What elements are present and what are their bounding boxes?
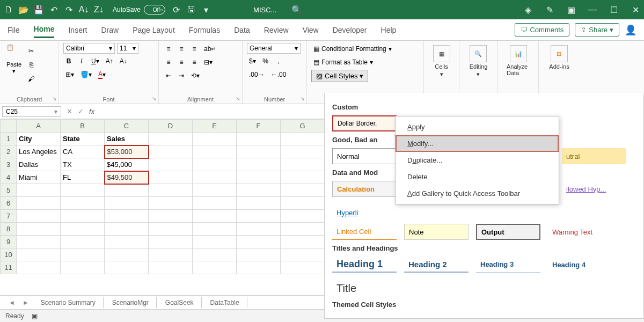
cell[interactable] bbox=[61, 261, 105, 274]
addins-button[interactable]: ⊞Add-ins bbox=[545, 43, 573, 72]
tab-file[interactable]: File bbox=[8, 23, 20, 38]
cell[interactable] bbox=[281, 197, 325, 210]
open-file-icon[interactable]: 📂 bbox=[19, 5, 28, 14]
row-header[interactable]: 11 bbox=[1, 261, 17, 274]
style-heading-3[interactable]: Heading 3 bbox=[476, 257, 540, 273]
cell[interactable] bbox=[237, 133, 281, 145]
col-header-e[interactable]: E bbox=[193, 120, 237, 133]
cell[interactable] bbox=[237, 261, 281, 274]
sheet-tab[interactable]: GoalSeek bbox=[158, 297, 202, 308]
font-dialog-icon[interactable]: ↘ bbox=[152, 96, 156, 101]
sheet-tab[interactable]: DataTable bbox=[203, 297, 247, 308]
ctx-duplicate[interactable]: Duplicate... bbox=[396, 152, 559, 169]
alignment-dialog-icon[interactable]: ↘ bbox=[236, 96, 240, 101]
row-header[interactable]: 4 bbox=[1, 171, 17, 184]
style-neutral[interactable]: utral bbox=[562, 148, 626, 164]
conditional-formatting-button[interactable]: ▦ Conditional Formatting ▾ bbox=[311, 43, 394, 55]
cell[interactable] bbox=[281, 210, 325, 223]
cell[interactable] bbox=[105, 236, 149, 248]
cell[interactable] bbox=[17, 223, 61, 236]
cell[interactable] bbox=[17, 184, 61, 197]
cell[interactable] bbox=[237, 248, 281, 261]
accept-formula-icon[interactable]: ✓ bbox=[78, 107, 84, 115]
cell[interactable] bbox=[17, 197, 61, 210]
style-linked-cell[interactable]: Linked Cell bbox=[332, 224, 397, 240]
sheet-tab[interactable]: Scenario Summary bbox=[33, 297, 104, 308]
row-header[interactable]: 3 bbox=[1, 158, 17, 171]
select-all-corner[interactable] bbox=[1, 120, 17, 133]
new-file-icon[interactable]: 🗋 bbox=[4, 5, 13, 14]
decrease-decimal-icon[interactable]: ←.00 bbox=[269, 69, 289, 80]
cell[interactable] bbox=[17, 210, 61, 223]
style-heading-1[interactable]: Heading 1 bbox=[332, 257, 397, 273]
bold-button[interactable]: B bbox=[63, 55, 74, 67]
row-header[interactable]: 7 bbox=[1, 210, 17, 223]
sort-desc-icon[interactable]: Z↓ bbox=[94, 5, 103, 14]
tab-data[interactable]: Data bbox=[234, 23, 250, 38]
decrease-font-icon[interactable]: A↓ bbox=[118, 55, 129, 67]
cell[interactable] bbox=[149, 171, 193, 184]
row-header[interactable]: 1 bbox=[1, 133, 17, 145]
undo-icon[interactable]: ↶ bbox=[49, 5, 58, 14]
col-header-b[interactable]: B bbox=[61, 120, 105, 133]
copy-icon[interactable]: ⎘ bbox=[26, 59, 36, 71]
number-format-combo[interactable]: General▾ bbox=[247, 43, 301, 54]
row-header[interactable]: 9 bbox=[1, 236, 17, 248]
cell[interactable] bbox=[61, 197, 105, 210]
cell[interactable] bbox=[281, 133, 325, 145]
cell[interactable] bbox=[105, 261, 149, 274]
cell[interactable] bbox=[149, 261, 193, 274]
row-header[interactable]: 5 bbox=[1, 184, 17, 197]
redo-icon[interactable]: ↷ bbox=[64, 5, 73, 14]
increase-indent-icon[interactable]: ⇥ bbox=[176, 70, 187, 82]
cell[interactable] bbox=[281, 171, 325, 184]
currency-icon[interactable]: $▾ bbox=[247, 55, 258, 67]
cells-button[interactable]: ▦Cells▾ bbox=[429, 43, 455, 80]
cell[interactable] bbox=[105, 197, 149, 210]
decrease-indent-icon[interactable]: ⇤ bbox=[163, 70, 174, 82]
cell[interactable] bbox=[149, 184, 193, 197]
editing-button[interactable]: 🔍Editing▾ bbox=[465, 43, 492, 80]
cell[interactable] bbox=[193, 133, 237, 145]
cell[interactable] bbox=[237, 197, 281, 210]
autosave-toggle[interactable]: AutoSave Off ○ bbox=[113, 5, 165, 14]
cell[interactable]: CA bbox=[61, 145, 105, 158]
cell[interactable] bbox=[281, 145, 325, 158]
percent-icon[interactable]: % bbox=[260, 55, 271, 67]
cell[interactable] bbox=[193, 261, 237, 274]
cell[interactable]: Miami bbox=[17, 171, 61, 184]
number-dialog-icon[interactable]: ↘ bbox=[300, 96, 304, 101]
style-followed-hyperlink[interactable]: llowed Hyp... bbox=[562, 181, 616, 197]
style-calculation[interactable]: Calculation bbox=[332, 181, 397, 197]
cell[interactable]: TX bbox=[61, 158, 105, 171]
tab-insert[interactable]: Insert bbox=[68, 23, 87, 38]
cell[interactable] bbox=[61, 184, 105, 197]
more-qat-icon[interactable]: ▾ bbox=[202, 5, 210, 14]
name-box[interactable]: C25▾ bbox=[2, 106, 61, 117]
underline-button[interactable]: U▾ bbox=[89, 55, 101, 67]
close-icon[interactable]: ✕ bbox=[631, 5, 640, 14]
ctx-delete[interactable]: Delete bbox=[396, 169, 559, 185]
increase-font-icon[interactable]: A↑ bbox=[104, 55, 115, 67]
cell[interactable] bbox=[193, 223, 237, 236]
ctx-modify[interactable]: Modify... bbox=[396, 135, 559, 152]
cell[interactable] bbox=[149, 158, 193, 171]
cell[interactable] bbox=[105, 223, 149, 236]
share-button[interactable]: ⇪ Share ▾ bbox=[575, 23, 619, 36]
fx-icon[interactable]: fx bbox=[89, 107, 94, 115]
cell[interactable] bbox=[149, 197, 193, 210]
border-button[interactable]: ⊞▾ bbox=[63, 69, 76, 80]
ribbon-display-icon[interactable]: ▣ bbox=[567, 5, 575, 14]
cell[interactable] bbox=[237, 210, 281, 223]
italic-button[interactable]: I bbox=[76, 55, 87, 67]
col-header-d[interactable]: D bbox=[149, 120, 193, 133]
cell[interactable] bbox=[281, 248, 325, 261]
cell[interactable] bbox=[281, 261, 325, 274]
cell[interactable] bbox=[237, 184, 281, 197]
fill-color-button[interactable]: 🪣▾ bbox=[78, 69, 94, 80]
cell[interactable] bbox=[17, 261, 61, 274]
style-normal[interactable]: Normal bbox=[332, 148, 397, 164]
ctx-add-to-qat[interactable]: Add Gallery to Quick Access Toolbar bbox=[396, 185, 559, 202]
sort-asc-icon[interactable]: A↓ bbox=[79, 5, 88, 14]
tab-view[interactable]: View bbox=[303, 23, 319, 38]
